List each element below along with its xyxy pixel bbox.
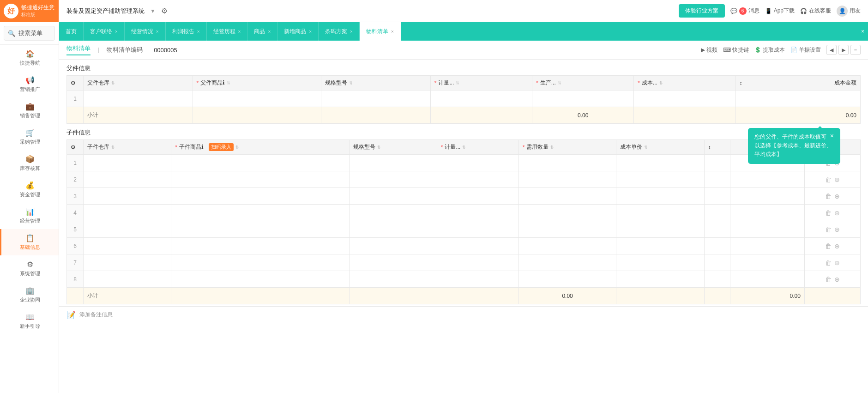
parent-row-sort[interactable] bbox=[735, 91, 768, 107]
tab-history-close[interactable]: × bbox=[238, 29, 241, 34]
tooltip-popup: × 您的父件、子件的成本取值可以选择【参考成本、最新进价、平均成本】 bbox=[748, 128, 840, 164]
tab-ops-label: 经营情况 bbox=[131, 28, 153, 36]
trial-button[interactable]: 体验行业方案 bbox=[679, 4, 725, 18]
child-row1-unit[interactable] bbox=[437, 155, 518, 171]
delete-icon[interactable]: 🗑 bbox=[825, 176, 832, 183]
tab-new-goods[interactable]: 新增商品 × bbox=[277, 22, 319, 41]
parent-col-sort: ↕ bbox=[735, 76, 768, 91]
finance-icon: 💰 bbox=[25, 181, 35, 190]
bottom-note-row: 📝 添加备注信息 bbox=[59, 306, 868, 323]
child-col-unit-price: 成本单价⇅ bbox=[616, 140, 704, 155]
sidebar-item-sales[interactable]: 💼 销售管理 bbox=[0, 97, 59, 124]
note-label[interactable]: 添加备注信息 bbox=[79, 311, 113, 319]
video-icon: ▶ bbox=[701, 47, 705, 53]
child-row1-qty[interactable] bbox=[518, 155, 616, 171]
delete-icon[interactable]: 🗑 bbox=[825, 209, 832, 217]
sidebar-item-operations[interactable]: 📊 经营管理 bbox=[0, 203, 59, 229]
tab-operations-situation[interactable]: 经营情况 × bbox=[125, 22, 166, 41]
tab-profit-close[interactable]: × bbox=[197, 29, 200, 34]
tab-goods[interactable]: 商品 × bbox=[247, 22, 277, 41]
copy-icon[interactable]: ⊕ bbox=[834, 276, 840, 283]
nav-menu-btn[interactable]: ≡ bbox=[850, 45, 861, 55]
search-menu-button[interactable]: 🔍 搜索菜单 bbox=[4, 26, 55, 41]
doc-settings-action[interactable]: 📄 单据设置 bbox=[790, 46, 821, 54]
online-service-action[interactable]: 🎧 在线客服 bbox=[800, 7, 831, 15]
parent-col-produce: * 生产...⇅ bbox=[532, 76, 634, 91]
tab-home[interactable]: 首页 bbox=[59, 22, 84, 41]
parent-row-spec[interactable] bbox=[321, 91, 431, 107]
copy-icon[interactable]: ⊕ bbox=[834, 193, 840, 200]
parent-row-cost[interactable] bbox=[634, 91, 735, 107]
tab-ops-close[interactable]: × bbox=[156, 29, 159, 34]
tooltip-text: 您的父件、子件的成本取值可以选择【参考成本、最新进价、平均成本】 bbox=[754, 133, 832, 157]
child-col-unit: * 计量...⇅ bbox=[437, 140, 518, 155]
sidebar-item-inventory[interactable]: 📦 库存核算 bbox=[0, 150, 59, 176]
child-row1-sort[interactable] bbox=[704, 155, 730, 171]
sidebar-item-guide[interactable]: 📖 新手引导 bbox=[0, 308, 59, 334]
tab-customer-close[interactable]: × bbox=[115, 29, 118, 34]
parent-row-produce[interactable] bbox=[532, 91, 634, 107]
message-badge: 6 bbox=[739, 7, 747, 15]
delete-icon[interactable]: 🗑 bbox=[825, 259, 832, 266]
settings-icon[interactable]: ⚙ bbox=[161, 6, 168, 15]
tooltip-close-button[interactable]: × bbox=[830, 133, 834, 139]
sidebar-item-quick-nav[interactable]: 🏠 快捷导航 bbox=[0, 45, 59, 71]
sidebar-item-basic[interactable]: 📋 基础信息 bbox=[0, 229, 59, 255]
nav-prev-btn[interactable]: ◀ bbox=[826, 45, 837, 55]
copy-icon[interactable]: ⊕ bbox=[834, 209, 840, 217]
copy-icon[interactable]: ⊕ bbox=[834, 259, 840, 266]
tab-barcode-close[interactable]: × bbox=[350, 29, 353, 34]
sidebar-item-finance[interactable]: 💰 资金管理 bbox=[0, 176, 59, 203]
parent-row-unit[interactable] bbox=[430, 91, 532, 107]
delete-icon[interactable]: 🗑 bbox=[825, 226, 832, 233]
operations-icon: 📊 bbox=[25, 207, 35, 216]
sidebar-item-marketing[interactable]: 📢 营销推广 bbox=[0, 71, 59, 97]
main-area: 装备及固定资产辅助管理系统 ▼ ⚙ 体验行业方案 💬 6 消息 📱 App下载 … bbox=[59, 0, 868, 393]
tab-history[interactable]: 经营历程 × bbox=[207, 22, 248, 41]
view-video-action[interactable]: ▶ 视频 bbox=[701, 46, 717, 54]
parent-row-goods[interactable] bbox=[193, 91, 321, 107]
delete-icon[interactable]: 🗑 bbox=[825, 276, 832, 283]
subtab-list[interactable]: 物料清单 bbox=[66, 44, 90, 55]
child-row1-warehouse[interactable] bbox=[84, 155, 171, 171]
close-all-icon[interactable]: × bbox=[861, 28, 864, 35]
child-row1-goods[interactable] bbox=[171, 155, 349, 171]
tab-barcode[interactable]: 条码方案 × bbox=[319, 22, 360, 41]
content-wrapper: 父件信息 ⚙ 父件仓库⇅ * 父件商品ℹ⇅ 规格型号⇅ * 计量...⇅ * 生… bbox=[59, 60, 868, 393]
shortcut-action[interactable]: ⌨ 快捷键 bbox=[723, 46, 749, 54]
table-row: 5 🗑⊕ bbox=[67, 221, 861, 238]
child-col-settings[interactable]: ⚙ bbox=[67, 140, 84, 155]
copy-icon[interactable]: ⊕ bbox=[834, 176, 840, 183]
child-row1-spec[interactable] bbox=[349, 155, 437, 171]
sidebar-item-system[interactable]: ⚙ 系统管理 bbox=[0, 255, 59, 282]
delete-icon[interactable]: 🗑 bbox=[825, 193, 832, 200]
nav-next-btn[interactable]: ▶ bbox=[838, 45, 849, 55]
tab-bar-end[interactable]: × bbox=[857, 28, 868, 35]
tab-bom[interactable]: 物料清单 × bbox=[360, 22, 401, 41]
copy-icon[interactable]: ⊕ bbox=[834, 226, 840, 233]
shortcut-label: 快捷键 bbox=[732, 46, 749, 54]
tab-profit[interactable]: 利润报告 × bbox=[166, 22, 207, 41]
marketing-icon: 📢 bbox=[25, 76, 35, 85]
extract-cost-action[interactable]: 💲 提取成本 bbox=[754, 46, 785, 54]
app-download-action[interactable]: 📱 App下载 bbox=[765, 7, 795, 15]
tab-new-goods-close[interactable]: × bbox=[309, 29, 312, 34]
tab-goods-close[interactable]: × bbox=[268, 29, 271, 34]
sales-icon: 💼 bbox=[25, 102, 35, 111]
user-action[interactable]: 👤 用友 bbox=[837, 6, 861, 17]
sidebar-item-purchase[interactable]: 🛒 采购管理 bbox=[0, 124, 59, 150]
message-action[interactable]: 💬 6 消息 bbox=[730, 7, 760, 15]
child-row1-price[interactable] bbox=[616, 155, 704, 171]
parent-col-spec: 规格型号⇅ bbox=[321, 76, 431, 91]
tab-customer[interactable]: 客户联络 × bbox=[84, 22, 125, 41]
dropdown-icon[interactable]: ▼ bbox=[150, 8, 156, 14]
scan-badge[interactable]: 扫码录入 bbox=[209, 143, 234, 151]
sidebar-item-enterprise[interactable]: 🏢 企业协同 bbox=[0, 282, 59, 308]
tab-bom-close[interactable]: × bbox=[391, 29, 394, 34]
delete-icon[interactable]: 🗑 bbox=[825, 242, 832, 250]
home-icon: 🏠 bbox=[25, 49, 35, 58]
parent-col-settings[interactable]: ⚙ bbox=[67, 76, 84, 91]
parent-row-warehouse[interactable] bbox=[84, 91, 193, 107]
search-icon: 🔍 bbox=[8, 30, 16, 37]
copy-icon[interactable]: ⊕ bbox=[834, 242, 840, 250]
